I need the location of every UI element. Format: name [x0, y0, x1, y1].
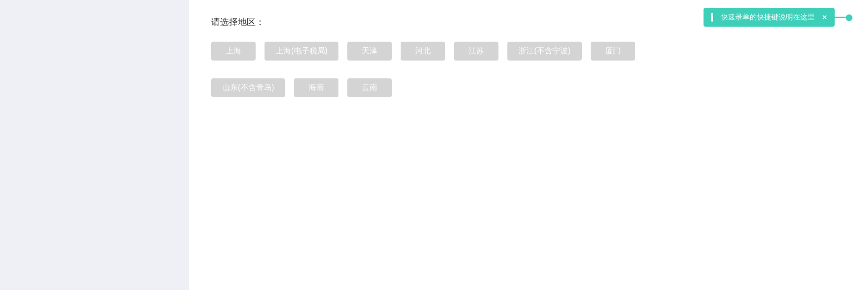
tooltip-line	[834, 17, 846, 18]
region-buttons-row1: 上海上海(电子税局)天津河北江苏浙江(不含宁波)厦门山东(不含青岛)海南云南	[211, 42, 846, 97]
region-button-5[interactable]: 浙江(不含宁波)	[507, 42, 581, 61]
region-button-0[interactable]: 上海	[211, 42, 256, 61]
region-button-1[interactable]: 上海(电子税局)	[265, 42, 338, 61]
tooltip-banner[interactable]: 快速录单的快捷键说明在这里 ×	[704, 8, 835, 27]
region-button-4[interactable]: 江苏	[454, 42, 498, 61]
region-button-9[interactable]: 云南	[347, 78, 392, 97]
region-button-8[interactable]: 海南	[294, 78, 338, 97]
region-button-6[interactable]: 厦门	[591, 42, 635, 61]
tooltip-text: 快速录单的快捷键说明在这里	[721, 12, 815, 22]
region-button-7[interactable]: 山东(不含青岛)	[211, 78, 285, 97]
left-sidebar	[0, 0, 189, 290]
tooltip-close-button[interactable]: ×	[822, 13, 827, 22]
main-content: 请选择地区： 上海上海(电子税局)天津河北江苏浙江(不含宁波)厦门山东(不含青岛…	[189, 0, 868, 290]
region-button-3[interactable]: 河北	[401, 42, 445, 61]
tooltip-dot	[846, 14, 852, 21]
region-button-2[interactable]: 天津	[347, 42, 392, 61]
